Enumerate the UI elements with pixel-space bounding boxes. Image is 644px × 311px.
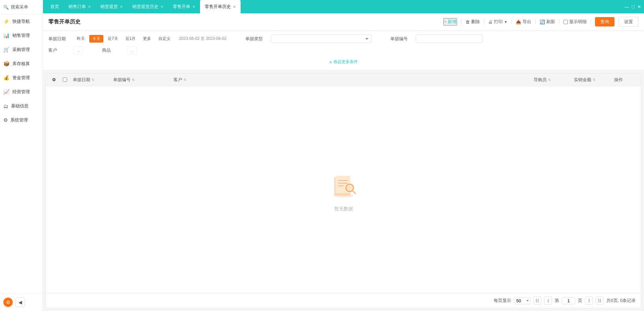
filter-row-1: 单据日期 昨天 今天 近7天 近1月 更多 自定义 2023-06-02 至 2…	[48, 35, 639, 43]
goods-filter-label: 商品	[102, 47, 122, 53]
tab-sales-return-close[interactable]: ✕	[120, 5, 123, 9]
table-settings-btn[interactable]: ⚙	[49, 77, 59, 82]
page-label: 第	[555, 298, 559, 304]
divider-3	[511, 19, 512, 24]
divider-6	[591, 19, 591, 24]
customer-filter-dots[interactable]: ...	[74, 46, 83, 54]
number-filter-input[interactable]	[416, 35, 483, 43]
new-button[interactable]: + 新增	[443, 18, 457, 25]
tab-sales-return-history-close[interactable]: ✕	[160, 5, 163, 9]
tab-retail-open-history-close[interactable]: ✕	[233, 5, 236, 9]
th-date[interactable]: 单据日期 ⇅	[70, 77, 110, 83]
tab-retail-open-close[interactable]: ✕	[192, 5, 195, 9]
page-size-select[interactable]: 10 20 50 100	[514, 297, 531, 304]
close-icon[interactable]: ✕	[637, 4, 641, 9]
svg-line-8	[353, 191, 355, 194]
tab-retail-open[interactable]: 零售开单 ✕	[168, 0, 200, 13]
first-page-btn[interactable]: ⟨⟨	[533, 297, 541, 305]
query-button[interactable]: 查询	[595, 17, 614, 27]
sort-number-icon: ⇅	[132, 78, 135, 82]
th-number[interactable]: 单据编号 ⇅	[110, 77, 171, 83]
refresh-icon: 🔄	[540, 19, 545, 24]
last7days-btn[interactable]: 近7天	[105, 35, 121, 43]
sidebar-item-purchase-mgmt[interactable]: 🛒 采购管理	[0, 43, 43, 57]
sidebar-item-system-mgmt[interactable]: ⚙ 系统管理	[0, 113, 43, 127]
sidebar-item-label: 采购管理	[12, 47, 30, 53]
divider-5	[559, 19, 559, 24]
sort-amount-icon: ⇅	[593, 78, 595, 82]
today-btn[interactable]: 今天	[89, 35, 103, 43]
select-all-checkbox[interactable]	[63, 77, 67, 82]
tab-sales-order[interactable]: 销售订单 ✕	[64, 0, 96, 13]
last1month-btn[interactable]: 近1月	[122, 35, 139, 43]
refresh-button[interactable]: 🔄 刷新	[540, 19, 555, 25]
empty-illustration	[327, 167, 360, 201]
sidebar-collapse-button[interactable]: ◀	[15, 298, 25, 307]
page-content: 零售开单历史 + 新增 🗑 删除 🖨 打印 ▼ 📤 导出	[43, 13, 644, 311]
sidebar-search[interactable]: 🔍 搜索采单	[0, 0, 43, 14]
sidebar-item-label: 销售管理	[12, 33, 30, 39]
export-button[interactable]: 📤 导出	[516, 19, 531, 25]
tab-sales-return-history[interactable]: 销货退货历史 ✕	[128, 0, 168, 13]
top-nav: 首页 销售订单 ✕ 销货退货 ✕ 销货退货历史 ✕ 零售开单 ✕ 零售开单历史 …	[43, 0, 644, 13]
tab-home[interactable]: 首页	[46, 0, 64, 13]
table-select-all[interactable]	[59, 77, 70, 82]
main-content: 首页 销售订单 ✕ 销货退货 ✕ 销货退货历史 ✕ 零售开单 ✕ 零售开单历史 …	[43, 0, 644, 311]
page-title: 零售开单历史	[48, 18, 81, 25]
page-toolbar: 零售开单历史 + 新增 🗑 删除 🖨 打印 ▼ 📤 导出	[43, 13, 644, 31]
display-toggle[interactable]: 显示明细	[563, 19, 587, 25]
finance-icon: 💰	[3, 75, 10, 81]
minimize-icon[interactable]: —	[625, 4, 629, 9]
sales-mgmt-icon: 📊	[3, 33, 10, 39]
goods-filter-dots[interactable]: ...	[128, 46, 137, 54]
sidebar-item-label: 系统管理	[10, 117, 28, 123]
yesterday-btn[interactable]: 昨天	[74, 35, 88, 43]
delete-icon: 🗑	[465, 19, 470, 24]
sidebar-item-inventory[interactable]: 📦 库存核算	[0, 57, 43, 71]
custom-btn[interactable]: 自定义	[155, 35, 174, 43]
date-filter-buttons: 昨天 今天 近7天 近1月 更多 自定义	[74, 35, 174, 43]
sidebar-item-quick-nav[interactable]: ⚡ 快捷导航	[0, 14, 43, 29]
type-filter-select[interactable]	[271, 35, 371, 43]
delete-button[interactable]: 🗑 删除	[465, 19, 480, 25]
settings-button[interactable]: 设置	[618, 17, 639, 27]
empty-text: 暂无数据	[334, 206, 353, 212]
tab-retail-open-history[interactable]: 零售开单历史 ✕	[200, 0, 241, 13]
tab-sales-return[interactable]: 销货退货 ✕	[96, 0, 128, 13]
sort-date-icon: ⇅	[92, 78, 94, 82]
sidebar-item-label: 经营管理	[12, 89, 30, 95]
th-customer[interactable]: 客户 ⇅	[171, 77, 531, 83]
settings-footer-button[interactable]: ⚙	[3, 298, 13, 307]
tab-retail-open-history-label: 零售开单历史	[205, 4, 231, 10]
display-checkbox[interactable]	[563, 20, 568, 24]
sidebar-item-label: 库存核算	[12, 61, 30, 67]
print-dropdown-icon: ▼	[504, 20, 507, 24]
th-amount[interactable]: 实销金额 ⇅	[571, 77, 611, 83]
collapse-more-btn[interactable]: ∧ 收起更多条件	[48, 58, 639, 66]
more-btn[interactable]: 更多	[140, 35, 154, 43]
pagination: 每页显示 10 20 50 100 ⟨⟨ ⟨ 第 页 ⟩ ⟩⟩ 共0页, 0条记…	[46, 293, 641, 308]
per-page-label: 每页显示	[494, 298, 511, 304]
maximize-icon[interactable]: □	[632, 4, 635, 9]
next-page-btn[interactable]: ⟩	[585, 297, 593, 305]
th-guide[interactable]: 导购员 ⇅	[531, 77, 571, 83]
last-page-btn[interactable]: ⟩⟩	[596, 297, 604, 305]
page-label-2: 页	[578, 298, 582, 304]
quick-nav-icon: ⚡	[3, 18, 10, 24]
table-area: ⚙ 单据日期 ⇅ 单据编号 ⇅ 客户 ⇅ 导购员 ⇅	[46, 73, 641, 308]
prev-page-btn[interactable]: ⟨	[544, 297, 552, 305]
sidebar-item-base-info[interactable]: 🗂 基础信息	[0, 99, 43, 113]
divider-1	[461, 19, 461, 24]
sidebar-item-operations[interactable]: 📈 经营管理	[0, 85, 43, 99]
tab-home-label: 首页	[50, 4, 59, 10]
sidebar-item-sales-mgmt[interactable]: 📊 销售管理	[0, 29, 43, 43]
toolbar-actions: + 新增 🗑 删除 🖨 打印 ▼ 📤 导出	[443, 17, 639, 27]
sidebar-item-finance[interactable]: 💰 资金管理	[0, 71, 43, 85]
tab-retail-open-label: 零售开单	[173, 4, 190, 10]
tab-sales-order-close[interactable]: ✕	[88, 5, 91, 9]
page-input[interactable]	[562, 297, 575, 304]
print-button[interactable]: 🖨 打印 ▼	[488, 19, 507, 25]
sidebar-footer: ⚙ ◀	[0, 293, 43, 311]
number-filter-label: 单据编号	[390, 36, 410, 42]
operations-icon: 📈	[3, 89, 10, 95]
